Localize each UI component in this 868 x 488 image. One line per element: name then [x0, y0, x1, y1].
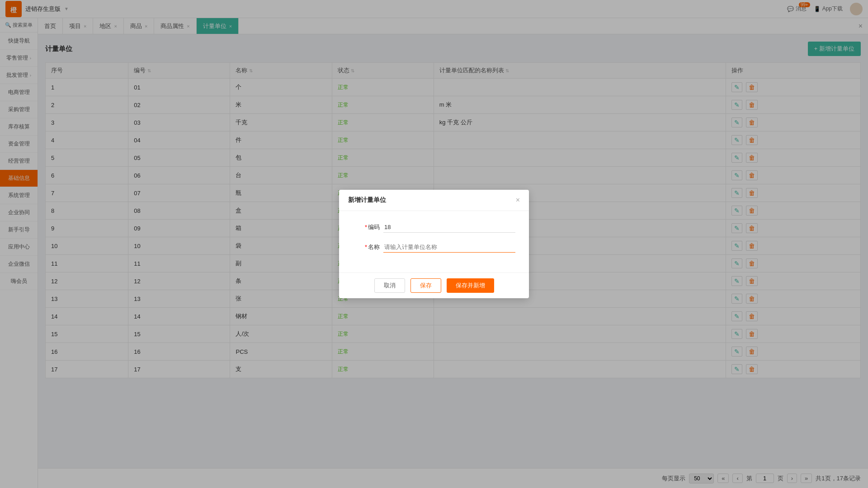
name-input[interactable]: [383, 242, 515, 253]
modal-close-icon[interactable]: ×: [516, 196, 520, 204]
form-row-code: *编码: [353, 222, 515, 233]
form-row-name: *名称: [353, 242, 515, 253]
modal-footer: 取消 保存 保存并新增: [339, 272, 529, 298]
code-label: *编码: [353, 223, 380, 231]
modal-header: 新增计量单位 ×: [339, 190, 529, 211]
modal-body: *编码 *名称: [339, 211, 529, 272]
name-label: *名称: [353, 243, 380, 251]
save-and-new-button[interactable]: 保存并新增: [447, 278, 494, 293]
modal-overlay[interactable]: 新增计量单位 × *编码 *名称 取消 保存 保存并新增: [0, 0, 868, 488]
modal-title: 新增计量单位: [348, 196, 386, 204]
code-input[interactable]: [383, 222, 515, 233]
cancel-button[interactable]: 取消: [374, 278, 405, 293]
add-unit-modal: 新增计量单位 × *编码 *名称 取消 保存 保存并新增: [339, 190, 529, 298]
save-button[interactable]: 保存: [410, 278, 441, 293]
